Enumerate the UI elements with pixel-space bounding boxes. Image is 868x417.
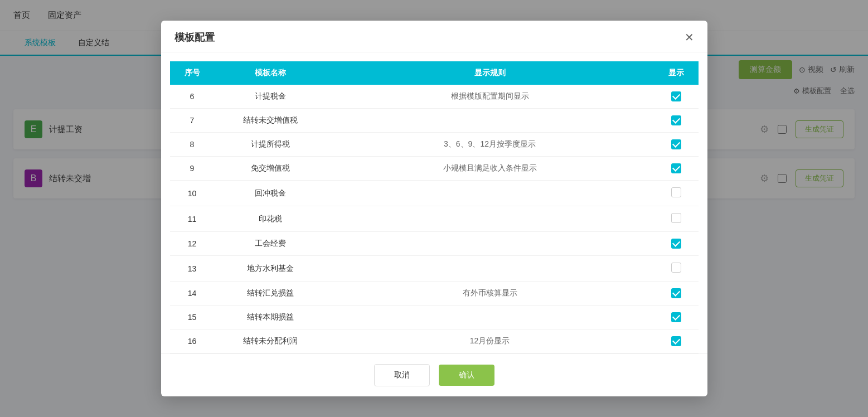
cell-rule: 根据模版配置期间显示 — [326, 85, 654, 109]
cell-rule — [326, 206, 654, 232]
cell-checkbox[interactable] — [654, 206, 699, 232]
checkbox-checked[interactable] — [671, 91, 681, 101]
table-row: 9 免交增值税 小规模且满足收入条件显示 — [170, 157, 699, 181]
cell-id: 8 — [170, 133, 215, 157]
checkbox-checked[interactable] — [671, 336, 681, 346]
modal-table-wrap: 序号 模板名称 显示规则 显示 6 计提税金 根据模版配置期间显示 7 结转未交… — [170, 61, 699, 353]
checkbox-checked[interactable] — [671, 115, 681, 125]
cell-name: 回冲税金 — [215, 181, 326, 206]
cell-id: 12 — [170, 232, 215, 256]
cell-id: 15 — [170, 306, 215, 329]
cell-name: 结转本期损益 — [215, 306, 326, 329]
cell-id: 6 — [170, 85, 215, 109]
cell-rule — [326, 181, 654, 206]
checkbox-unchecked[interactable] — [671, 263, 681, 273]
cell-checkbox[interactable] — [654, 329, 699, 353]
cell-rule — [326, 256, 654, 282]
checkbox-checked[interactable] — [671, 312, 681, 322]
modal-overlay: 模板配置 ✕ 序号 模板名称 显示规则 显示 6 计提税金 根据模版配置期间显示 — [0, 0, 868, 417]
cell-name: 地方水利基金 — [215, 256, 326, 282]
col-header-display: 显示 — [654, 61, 699, 85]
checkbox-checked[interactable] — [671, 139, 681, 149]
table-row: 15 结转本期损益 — [170, 306, 699, 329]
table-row: 16 结转未分配利润 12月份显示 — [170, 329, 699, 353]
col-header-name: 模板名称 — [215, 61, 326, 85]
modal-title: 模板配置 — [174, 31, 215, 44]
table-row: 8 计提所得税 3、6、9、12月按季度显示 — [170, 133, 699, 157]
checkbox-unchecked[interactable] — [671, 187, 681, 197]
cell-id: 16 — [170, 329, 215, 353]
cell-name: 计提税金 — [215, 85, 326, 109]
cell-checkbox[interactable] — [654, 306, 699, 329]
col-header-rule: 显示规则 — [326, 61, 654, 85]
cell-id: 11 — [170, 206, 215, 232]
cell-checkbox[interactable] — [654, 133, 699, 157]
table-row: 12 工会经费 — [170, 232, 699, 256]
table-row: 13 地方水利基金 — [170, 256, 699, 282]
cell-checkbox[interactable] — [654, 109, 699, 133]
modal-header: 模板配置 ✕ — [161, 21, 707, 52]
cell-rule — [326, 232, 654, 256]
checkbox-checked[interactable] — [671, 163, 681, 173]
cell-checkbox[interactable] — [654, 256, 699, 282]
table-row: 7 结转未交增值税 — [170, 109, 699, 133]
cell-rule: 3、6、9、12月按季度显示 — [326, 133, 654, 157]
cell-rule — [326, 109, 654, 133]
checkbox-checked[interactable] — [671, 288, 681, 298]
cell-id: 9 — [170, 157, 215, 181]
cell-name: 计提所得税 — [215, 133, 326, 157]
cell-id: 10 — [170, 181, 215, 206]
cell-rule — [326, 306, 654, 329]
confirm-button[interactable]: 确认 — [439, 365, 494, 386]
cell-name: 免交增值税 — [215, 157, 326, 181]
table-row: 10 回冲税金 — [170, 181, 699, 206]
modal-table: 序号 模板名称 显示规则 显示 6 计提税金 根据模版配置期间显示 7 结转未交… — [170, 61, 699, 353]
modal-close-button[interactable]: ✕ — [685, 32, 694, 43]
cell-checkbox[interactable] — [654, 157, 699, 181]
cell-name: 结转汇兑损益 — [215, 282, 326, 306]
cell-checkbox[interactable] — [654, 232, 699, 256]
cell-name: 结转未交增值税 — [215, 109, 326, 133]
cell-checkbox[interactable] — [654, 282, 699, 306]
table-row: 14 结转汇兑损益 有外币核算显示 — [170, 282, 699, 306]
checkbox-checked[interactable] — [671, 239, 681, 249]
checkbox-unchecked[interactable] — [671, 213, 681, 223]
cell-rule: 12月份显示 — [326, 329, 654, 353]
cell-rule: 有外币核算显示 — [326, 282, 654, 306]
modal-template-config: 模板配置 ✕ 序号 模板名称 显示规则 显示 6 计提税金 根据模版配置期间显示 — [161, 21, 707, 396]
cell-id: 14 — [170, 282, 215, 306]
cell-name: 工会经费 — [215, 232, 326, 256]
modal-footer: 取消 确认 — [161, 353, 707, 396]
cell-checkbox[interactable] — [654, 85, 699, 109]
cell-rule: 小规模且满足收入条件显示 — [326, 157, 654, 181]
cell-name: 印花税 — [215, 206, 326, 232]
cell-checkbox[interactable] — [654, 181, 699, 206]
cell-id: 13 — [170, 256, 215, 282]
table-row: 6 计提税金 根据模版配置期间显示 — [170, 85, 699, 109]
cancel-button[interactable]: 取消 — [374, 364, 430, 386]
table-row: 11 印花税 — [170, 206, 699, 232]
cell-name: 结转未分配利润 — [215, 329, 326, 353]
table-header-row: 序号 模板名称 显示规则 显示 — [170, 61, 699, 85]
col-header-id: 序号 — [170, 61, 215, 85]
cell-id: 7 — [170, 109, 215, 133]
